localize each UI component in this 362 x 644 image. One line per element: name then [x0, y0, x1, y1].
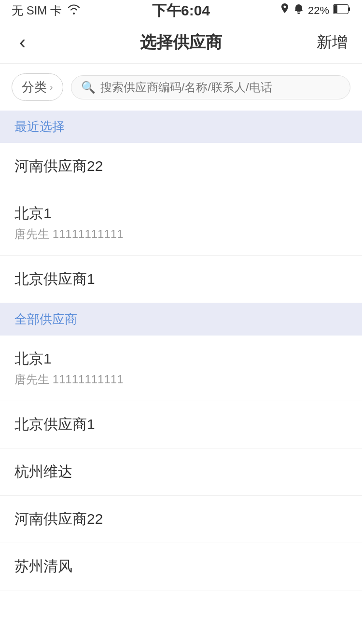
all-suppliers-list: 北京1唐先生 11111111111北京供应商1杭州维达河南供应商22苏州清风	[0, 336, 362, 590]
item-name: 北京供应商1	[14, 269, 348, 289]
status-right: 22%	[280, 3, 350, 18]
list-item[interactable]: 北京1唐先生 11111111111	[0, 336, 362, 401]
battery-percentage: 22%	[308, 4, 329, 17]
item-name: 北京供应商1	[14, 415, 348, 434]
recent-list: 河南供应商22北京1唐先生 11111111111北京供应商1	[0, 143, 362, 303]
status-left: 无 SIM 卡	[12, 3, 81, 18]
search-icon: 🔍	[81, 81, 96, 94]
nav-bar: ‹ 选择供应商 新增	[0, 21, 362, 64]
list-item[interactable]: 北京供应商1	[0, 401, 362, 448]
item-name: 河南供应商22	[14, 156, 348, 176]
battery-icon	[333, 4, 350, 17]
chevron-right-icon: ›	[50, 82, 53, 93]
item-name: 苏州清风	[14, 557, 348, 576]
item-name: 北京1	[14, 204, 348, 224]
category-button[interactable]: 分类 ›	[12, 73, 63, 101]
location-icon	[280, 3, 290, 18]
search-input[interactable]	[100, 81, 340, 94]
list-item[interactable]: 杭州维达	[0, 448, 362, 496]
page-title: 选择供应商	[140, 31, 222, 54]
recent-section-header: 最近选择	[0, 111, 362, 143]
item-name: 杭州维达	[14, 462, 348, 482]
list-item[interactable]: 苏州清风	[0, 543, 362, 590]
category-label: 分类	[22, 79, 47, 96]
item-sub: 唐先生 11111111111	[14, 226, 348, 242]
recent-section-label: 最近选择	[14, 119, 65, 134]
alarm-icon	[293, 3, 304, 18]
list-item[interactable]: 河南供应商22	[0, 496, 362, 543]
status-bar: 无 SIM 卡 下午6:04 22%	[0, 0, 362, 21]
back-button[interactable]: ‹	[14, 27, 30, 58]
item-name: 河南供应商22	[14, 509, 348, 529]
svg-rect-2	[348, 7, 350, 11]
svg-rect-3	[334, 5, 337, 13]
all-section-header: 全部供应商	[0, 303, 362, 336]
status-time: 下午6:04	[152, 1, 210, 21]
list-item[interactable]: 北京供应商1	[0, 256, 362, 303]
search-wrapper[interactable]: 🔍	[71, 75, 350, 99]
filter-bar: 分类 › 🔍	[0, 64, 362, 111]
wifi-icon	[67, 4, 81, 17]
item-sub: 唐先生 11111111111	[14, 372, 348, 387]
list-item[interactable]: 河南供应商22	[0, 143, 362, 190]
all-section-label: 全部供应商	[14, 312, 77, 326]
list-item[interactable]: 北京1唐先生 11111111111	[0, 190, 362, 256]
carrier-text: 无 SIM 卡	[12, 3, 62, 18]
item-name: 北京1	[14, 349, 348, 369]
add-button[interactable]: 新增	[317, 32, 348, 53]
